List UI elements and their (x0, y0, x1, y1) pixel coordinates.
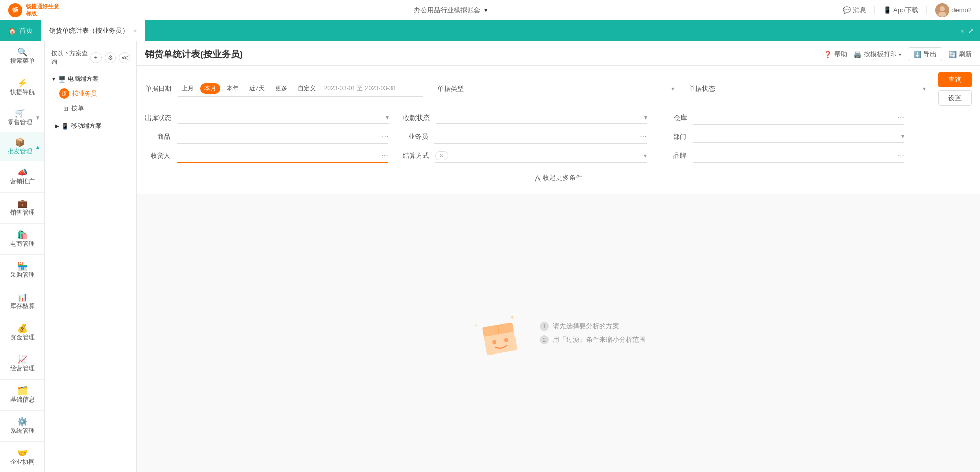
payment-label: 收款状态 (403, 113, 430, 123)
query-btn[interactable]: 查询 (938, 72, 972, 87)
sidebar-item-retail[interactable]: 🛒 零售管理 ▼ (0, 103, 44, 132)
doc-type-select[interactable]: ▾ (470, 83, 675, 95)
ecommerce-icon: 🛍️ (2, 230, 42, 240)
app-download-btn[interactable]: 📱 App下载 (883, 6, 918, 15)
tab-close-btn[interactable]: × (134, 28, 137, 34)
empty-hints: 1 请先选择要分析的方案 2 用「过滤」条件来缩小分析范围 (540, 322, 646, 344)
system-icon: ⚙️ (2, 417, 42, 427)
query-btns: 查询 设置 (938, 72, 972, 106)
print-arrow: ▾ (899, 52, 901, 57)
sidebar-item-sales[interactable]: 💼 销售管理 (0, 193, 44, 224)
finance-icon: 💰 (2, 323, 42, 333)
empty-illustration: ✦ ✦ (471, 304, 527, 362)
settings-scheme-btn[interactable]: ⚙ (105, 52, 116, 63)
refresh-icon: 🔄 (948, 51, 957, 58)
goods-select[interactable]: ··· (177, 130, 388, 144)
purchase-icon: 🏪 (2, 261, 42, 271)
scheme-item-by-staff[interactable]: 按 按业务员 (45, 85, 136, 102)
collapse-panel-btn[interactable]: ≪ (119, 52, 130, 63)
sidebar-item-enterprise[interactable]: 🤝 企业协同 (0, 442, 44, 472)
doc-status-select[interactable]: ▾ (721, 83, 926, 95)
pc-scheme-title[interactable]: ▼ 🖥️ 电脑端方案 (45, 73, 136, 85)
mobile-collapse-arrow: ▶ (55, 123, 59, 129)
staff-select[interactable]: ··· (434, 130, 646, 144)
this-month-btn[interactable]: 本月 (200, 83, 220, 94)
collapse-arrow-icon: ⋀ (535, 174, 541, 182)
sidebar-item-system[interactable]: ⚙️ 系统管理 (0, 411, 44, 442)
sidebar-item-purchase[interactable]: 🏪 采购管理 (0, 255, 44, 286)
outstock-select[interactable]: ▾ (178, 112, 389, 124)
page-title: 销货单统计表(按业务员) (145, 48, 243, 60)
add-scheme-btn[interactable]: + (90, 52, 102, 63)
sidebar-item-ecommerce[interactable]: 🛍️ 电商管理 (0, 224, 44, 255)
export-btn[interactable]: ⬇️ 导出 (908, 47, 942, 61)
more-btn[interactable]: 更多 (271, 83, 291, 94)
settlement-tag-close[interactable]: × (440, 152, 444, 159)
mobile-scheme-group: ▶ 📱 移动端方案 (45, 117, 136, 134)
warehouse-dots: ··· (898, 113, 904, 122)
sidebar-item-quicknav[interactable]: ⚡ 快捷导航 (0, 72, 44, 103)
sidebar-item-inventory[interactable]: 📊 库存核算 (0, 286, 44, 317)
receiver-input[interactable]: ··· (177, 149, 388, 163)
sidebar-item-basic[interactable]: 🗂️ 基础信息 (0, 380, 44, 411)
quicknav-icon: ⚡ (2, 78, 42, 88)
settlement-arrow: ▾ (644, 152, 647, 159)
brand-select[interactable]: ··· (693, 149, 904, 163)
sidebar-item-search[interactable]: 🔍 搜索菜单 (0, 41, 44, 72)
sidebar-item-operations[interactable]: 📈 经营管理 (0, 348, 44, 380)
left-panel-actions: + ⚙ ≪ (90, 52, 130, 63)
custom-btn[interactable]: 自定义 (293, 83, 320, 94)
sidebar: 🔍 搜索菜单 ⚡ 快捷导航 🛒 零售管理 ▼ 📦 批发管理 ▲ 📣 营销推广 (0, 41, 45, 472)
scheme-item-by-order[interactable]: ⊞ 按单 (45, 102, 136, 115)
divider (874, 6, 875, 14)
receiver-label: 收货人 (145, 151, 170, 160)
empty-state: ✦ ✦ 1 请先选择要分析的方案 2 用「过滤」条件来缩小分析范围 (137, 194, 980, 472)
settlement-label: 结算方式 (403, 151, 429, 160)
help-btn[interactable]: ❓ 帮助 (824, 50, 847, 59)
settlement-select[interactable]: × ▾ (435, 149, 647, 163)
doc-status-arrow: ▾ (923, 85, 926, 92)
wholesale-arrow: ▲ (35, 144, 40, 150)
warehouse-select[interactable]: ··· (693, 111, 904, 125)
sidebar-item-marketing[interactable]: 📣 营销推广 (0, 161, 44, 193)
filter-row-4: 收货人 ··· 结算方式 × ▾ 品牌 ··· (145, 149, 972, 163)
mobile-scheme-title[interactable]: ▶ 📱 移动端方案 (45, 120, 136, 132)
template-print-btn[interactable]: 🖨️ 按模板打印 ▾ (853, 50, 901, 59)
help-icon: ❓ (824, 51, 832, 58)
dept-select[interactable]: ▾ (693, 131, 904, 143)
this-year-btn[interactable]: 本年 (223, 83, 243, 94)
tab-home[interactable]: 🏠 首页 (0, 20, 41, 41)
tab-bar: 🏠 首页 销货单统计表（按业务员） × × ⤢ (0, 20, 980, 41)
last7-btn[interactable]: 近7天 (245, 83, 269, 94)
logo-icon: 畅 (8, 3, 22, 17)
message-icon: 💬 (843, 6, 851, 14)
payment-arrow: ▾ (644, 114, 647, 121)
operations-icon: 📈 (2, 355, 42, 364)
sidebar-item-wholesale[interactable]: 📦 批发管理 ▲ (0, 132, 44, 161)
last-month-btn[interactable]: 上月 (178, 83, 198, 94)
logo-text: 畅捷通好生意 标版 (26, 3, 59, 16)
message-btn[interactable]: 💬 消息 (843, 6, 866, 15)
marketing-icon: 📣 (2, 168, 42, 177)
date-label: 单据日期 (145, 84, 172, 93)
retail-arrow: ▼ (35, 115, 40, 121)
doc-type-arrow: ▾ (671, 85, 674, 92)
refresh-btn[interactable]: 🔄 刷新 (948, 50, 972, 59)
basic-icon: 🗂️ (2, 386, 42, 395)
workspace-title[interactable]: 办公用品行业模拟账套 ▾ (414, 6, 488, 15)
user-menu[interactable]: demo2 (935, 3, 972, 17)
sidebar-item-finance[interactable]: 💰 资金管理 (0, 317, 44, 348)
doc-type-label: 单据类型 (437, 84, 464, 93)
svg-text:✦: ✦ (474, 323, 478, 328)
window-maximize-btn[interactable]: ⤢ (968, 27, 974, 35)
collapse-filter-btn[interactable]: ⋀ 收起更多条件 (527, 170, 591, 185)
window-close-btn[interactable]: × (960, 27, 964, 35)
filter-row-3: 商品 ··· 业务员 ··· 部门 ▾ (145, 130, 972, 144)
workspace-dropdown[interactable]: ▾ (484, 6, 488, 14)
dept-label: 部门 (661, 132, 687, 141)
tab-sales-stats[interactable]: 销货单统计表（按业务员） × (41, 20, 145, 41)
warehouse-label: 仓库 (662, 113, 687, 123)
export-icon: ⬇️ (913, 51, 921, 58)
setting-btn[interactable]: 设置 (938, 90, 972, 106)
payment-select[interactable]: ▾ (436, 112, 647, 124)
